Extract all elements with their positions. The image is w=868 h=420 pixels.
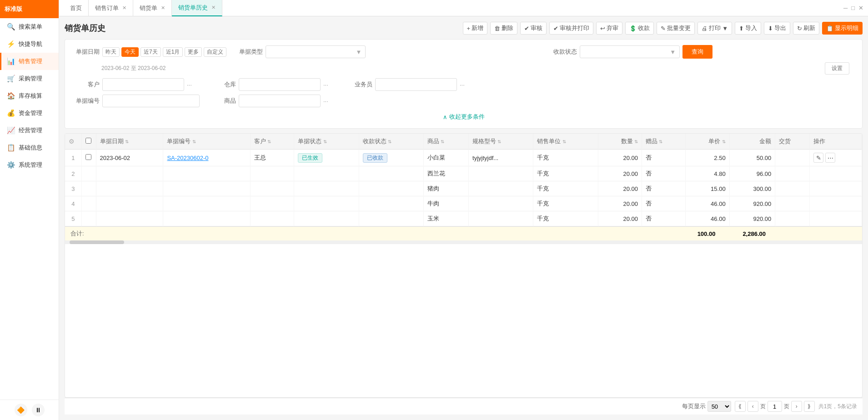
sidebar-item-basic-info[interactable]: 📋 基础信息 [0,139,59,156]
prev-page-btn[interactable]: ‹ [748,401,758,412]
sidebar-item-label: 采购管理 [19,75,42,83]
sidebar-item-ops-mgmt[interactable]: 📈 经营管理 [0,122,59,139]
collapse-button[interactable]: ∧ 收起更多条件 [72,111,855,123]
row5-goods: 玉米 [423,211,468,226]
filter-warehouse: 仓库 ··· [209,78,336,91]
show-detail-button[interactable]: 📋 显示明细 [822,22,863,35]
add-button[interactable]: + 新增 [463,22,488,35]
row4-gift: 否 [642,196,686,211]
customer-more-icon[interactable]: ··· [187,81,192,88]
row3-gift: 否 [642,181,686,196]
tab-sales-history-close[interactable]: ✕ [211,5,216,10]
sidebar-item-sales-mgmt[interactable]: 📊 销售管理 [0,53,59,70]
tab-sales-goods[interactable]: 销货单 ✕ [133,0,172,16]
date-btn-7days[interactable]: 近7天 [140,47,161,57]
col-spec[interactable]: 规格型号 ⇅ [469,134,533,150]
set-button[interactable]: 设置 [825,62,849,75]
row1-doc-no-link[interactable]: SA-20230602-0 [167,155,208,161]
tab-sales-order-label: 销售订单 [95,4,119,12]
collect-button[interactable]: 💲 收款 [625,22,654,35]
warehouse-more-icon[interactable]: ··· [323,81,328,88]
tab-sales-order[interactable]: 销售订单 ✕ [89,0,133,16]
refresh-button[interactable]: ↻ 刷新 [793,22,819,35]
date-btn-custom[interactable]: 自定义 [204,47,226,57]
date-label: 单据日期 [72,48,100,56]
export-button[interactable]: ⬇ 导出 [764,22,790,35]
close-btn[interactable]: ✕ [858,5,863,11]
abandon-button[interactable]: ↩ 弃审 [596,22,622,35]
sidebar-item-search-menu[interactable]: 🔍 搜索菜单 [0,18,59,35]
warehouse-input[interactable] [239,78,321,91]
collect-status-select[interactable]: ▼ [580,45,680,58]
query-button[interactable]: 查询 [682,45,712,59]
salesperson-more-icon[interactable]: ··· [460,81,465,88]
customer-label: 客户 [72,80,100,89]
delete-button[interactable]: 🗑 删除 [490,22,517,35]
salesperson-input[interactable] [375,78,457,91]
date-btn-yesterday[interactable]: 昨天 [102,47,120,57]
sidebar-item-sys-mgmt[interactable]: ⚙️ 系统管理 [0,156,59,174]
minimize-btn[interactable]: ─ [843,5,848,11]
row1-edit-btn[interactable]: ✎ [813,153,823,163]
col-collect-status[interactable]: 收款状态 ⇅ [359,134,423,150]
tab-sales-order-close[interactable]: ✕ [122,5,126,11]
select-all-checkbox[interactable] [85,138,91,144]
table-scrollbar[interactable] [65,240,862,244]
col-unit[interactable]: 销售单位 ⇅ [533,134,598,150]
next-page-btn[interactable]: › [791,401,802,412]
tab-sales-history[interactable]: 销货单历史 ✕ [172,0,222,16]
row3-unit-price: 15.00 [686,181,729,196]
review-print-button[interactable]: ✔ 审核并打印 [549,22,593,35]
col-gift[interactable]: 赠品 ⇅ [642,134,686,150]
row3-collect-status [359,181,423,196]
gear-icon[interactable]: ⚙ [69,138,75,145]
row5-spec [469,211,533,226]
sidebar-item-purchase-mgmt[interactable]: 🛒 采购管理 [0,70,59,87]
delete-icon: 🗑 [494,25,500,32]
batch-change-button[interactable]: ✎ 批量变更 [657,22,695,35]
goods-more-icon[interactable]: ··· [323,98,328,105]
col-ops: 操作 [810,134,862,150]
scrollbar-thumb[interactable] [70,240,124,244]
page-input[interactable] [768,401,782,412]
sidebar-bottom-left-btn[interactable]: 🔶 [15,404,27,416]
sales-icon: 📊 [7,57,15,65]
col-unit-price[interactable]: 单价 ⇅ [686,134,729,150]
col-qty[interactable]: 数量 ⇅ [598,134,642,150]
pagination-bar: 每页显示 50 100 200 ⟪ ‹ 页 页 › ⟫ 共1页，5条记录 [65,398,863,415]
maximize-btn[interactable]: □ [851,5,855,11]
col-doc-no[interactable]: 单据编号 ⇅ [163,134,250,150]
review-button[interactable]: ✔ 审核 [520,22,547,35]
sort-gift-icon: ⇅ [659,139,662,144]
import-button[interactable]: ⬆ 导入 [735,22,761,35]
goods-input[interactable] [239,95,321,107]
last-page-btn[interactable]: ⟫ [804,401,815,412]
row3-doc-date [96,181,163,196]
date-btn-more[interactable]: 更多 [185,47,202,57]
customer-input[interactable] [102,78,184,91]
sidebar-item-finance-mgmt[interactable]: 💰 资金管理 [0,105,59,122]
print-button[interactable]: 🖨 打印 ▼ [697,22,732,35]
doc-type-select[interactable]: ▼ [266,45,366,58]
col-customer[interactable]: 客户 ⇅ [250,134,294,150]
col-goods[interactable]: 商品 ⇅ [423,134,468,150]
per-page-dropdown[interactable]: 50 100 200 [707,401,731,412]
row1-num: 1 [65,150,81,166]
tab-sales-goods-close[interactable]: ✕ [161,5,165,11]
row2-unit-price: 4.80 [686,166,729,181]
col-doc-status[interactable]: 单据状态 ⇅ [294,134,359,150]
first-page-btn[interactable]: ⟪ [735,401,746,412]
sidebar-item-quick-nav[interactable]: ⚡ 快捷导航 [0,35,59,53]
date-btn-today[interactable]: 今天 [121,47,139,57]
row3-num: 3 [65,181,81,196]
date-btn-1month[interactable]: 近1月 [163,47,183,57]
row1-select[interactable] [85,154,91,160]
tab-home[interactable]: 首页 [64,0,89,16]
sidebar-logo: 标准版 [0,0,59,18]
sidebar-item-label: 系统管理 [19,161,42,169]
col-doc-date[interactable]: 单据日期 ⇅ [96,134,163,150]
sidebar-bottom-right-btn[interactable]: ⏸ [32,404,45,416]
sidebar-item-stock-calc[interactable]: 🏠 库存核算 [0,87,59,105]
row1-more-btn[interactable]: ⋯ [825,153,835,163]
doc-no-input[interactable] [102,95,200,107]
